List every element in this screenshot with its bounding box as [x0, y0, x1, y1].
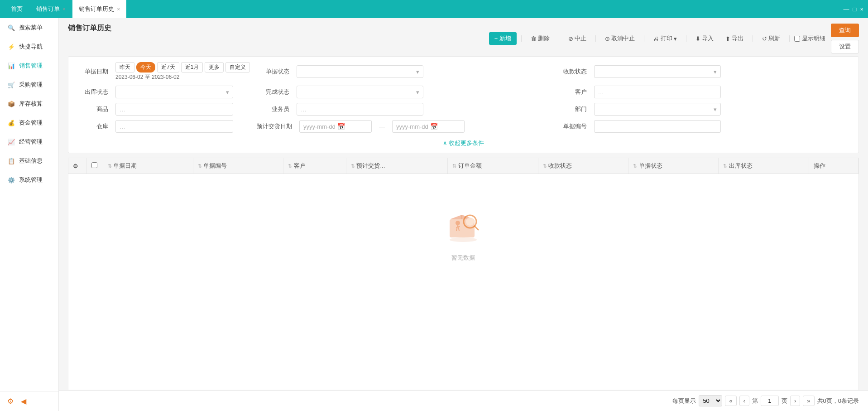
- refresh-button[interactable]: ↺ 刷新: [758, 33, 785, 44]
- department-label: 部门: [554, 105, 590, 113]
- per-page-select[interactable]: 10 20 50 100: [699, 395, 722, 406]
- sidebar-item-purchase-mgmt[interactable]: 🛒 采购管理: [0, 75, 58, 94]
- query-button[interactable]: 查询: [831, 24, 859, 37]
- close-button[interactable]: ×: [860, 6, 863, 13]
- th-doc-status-label: 单据状态: [639, 162, 662, 169]
- th-receipt-status[interactable]: ⇅ 收款状态: [538, 158, 628, 174]
- th-settings[interactable]: ⚙: [68, 158, 86, 174]
- sidebar-item-inventory[interactable]: 📦 库存核算: [0, 94, 58, 113]
- salesperson-input[interactable]: …: [297, 103, 423, 116]
- sidebar-settings-icon[interactable]: ⚙: [7, 397, 14, 406]
- operations-icon: 📈: [7, 138, 15, 146]
- sidebar-item-finance[interactable]: 💰 资金管理: [0, 113, 58, 132]
- delete-button[interactable]: 🗑 删除: [526, 33, 554, 44]
- th-doc-status[interactable]: ⇅ 单据状态: [628, 158, 718, 174]
- collapse-row[interactable]: ∧ 收起更多条件: [76, 137, 851, 147]
- export-button[interactable]: ⬆ 导出: [721, 33, 748, 44]
- tab-sales-order-history[interactable]: 销售订单历史 ×: [72, 0, 126, 18]
- tab-home[interactable]: 首页: [5, 0, 29, 18]
- delete-icon: 🗑: [531, 35, 537, 42]
- stop-button[interactable]: ⊘ 中止: [564, 33, 591, 44]
- th-doc-status-sort-icon: ⇅: [633, 163, 637, 169]
- sidebar-collapse-icon[interactable]: ◀: [21, 397, 26, 406]
- tab-sales-order-close[interactable]: ×: [62, 6, 65, 12]
- svg-line-6: [475, 226, 478, 230]
- date-btn-1month[interactable]: 近1月: [181, 62, 203, 73]
- th-no[interactable]: ⇅ 单据编号: [193, 158, 283, 174]
- stop-label: 中止: [575, 34, 586, 43]
- new-button[interactable]: + 新增: [489, 32, 517, 45]
- collapse-icon: ∧: [443, 140, 447, 146]
- doc-status-select[interactable]: ▾: [297, 65, 423, 78]
- tab-bar: 首页 销售订单 × 销售订单历史 ×: [5, 0, 126, 18]
- receipt-status-select[interactable]: ▾: [594, 65, 721, 78]
- th-delivery[interactable]: ⇅ 预计交货...: [346, 158, 448, 174]
- th-customer-label: 客户: [294, 162, 306, 169]
- delivery-date-from[interactable]: yyyy-mm-dd 📅: [299, 120, 372, 133]
- th-receipt-status-sort-icon: ⇅: [543, 163, 547, 169]
- filter-row-4: 仓库 … 预计交货日期 yyyy-mm-dd 📅 — yyyy-mm-dd 📅: [76, 120, 851, 133]
- sidebar-item-base-info[interactable]: 📋 基础信息: [0, 151, 58, 170]
- cancel-stop-button[interactable]: ⊙ 取消中止: [600, 33, 639, 44]
- table-head: ⚙ ⇅ 单据日期 ⇅ 单据编号 ⇅ 客户: [68, 158, 858, 174]
- warehouse-ellipsis: …: [120, 123, 125, 130]
- date-btn-today[interactable]: 今天: [136, 62, 155, 73]
- customer-input[interactable]: …: [594, 86, 721, 98]
- order-no-input[interactable]: [594, 120, 721, 133]
- minimize-button[interactable]: —: [844, 6, 849, 13]
- th-customer[interactable]: ⇅ 客户: [283, 158, 346, 174]
- import-button[interactable]: ⬇ 导入: [691, 33, 718, 44]
- display-detail-checkbox[interactable]: [794, 36, 800, 42]
- tab-sales-order[interactable]: 销售订单 ×: [30, 0, 72, 18]
- date-controls: 昨天 今天 近7天 近1月 更多 自定义 2023-06-02 至 2023-0…: [115, 62, 250, 81]
- filter-orderno-block: 单据编号: [554, 120, 852, 133]
- sidebar-item-sales-mgmt[interactable]: 📊 销售管理: [0, 56, 58, 75]
- svg-point-5: [466, 218, 474, 226]
- page-number-input[interactable]: [761, 396, 779, 406]
- date-btn-7days[interactable]: 近7天: [157, 62, 179, 73]
- th-amount[interactable]: ⇅ 订单金额: [448, 158, 538, 174]
- filter-salesperson-block: 业务员 …: [257, 103, 554, 116]
- page-first-button[interactable]: «: [725, 396, 736, 406]
- print-dropdown-icon: ▾: [674, 35, 677, 42]
- th-out-status[interactable]: ⇅ 出库状态: [719, 158, 809, 174]
- print-label: 打印: [661, 34, 672, 43]
- tab-sales-order-history-close[interactable]: ×: [117, 6, 120, 12]
- th-date[interactable]: ⇅ 单据日期: [103, 158, 193, 174]
- top-bar: 首页 销售订单 × 销售订单历史 × — □ ×: [0, 0, 868, 18]
- base-info-icon: 📋: [7, 157, 15, 165]
- date-btn-more[interactable]: 更多: [205, 62, 224, 73]
- th-amount-sort-icon: ⇅: [452, 163, 456, 169]
- sidebar-item-sys-mgmt[interactable]: ⚙️ 系统管理: [0, 170, 58, 189]
- th-checkbox[interactable]: [86, 158, 103, 174]
- empty-illustration: [441, 201, 486, 247]
- display-detail-checkbox-wrap[interactable]: 显示明细: [794, 34, 825, 43]
- print-button[interactable]: 🖨 打印 ▾: [649, 33, 681, 44]
- sidebar-item-operations[interactable]: 📈 经营管理: [0, 132, 58, 151]
- divider-6: [753, 35, 753, 42]
- warehouse-input[interactable]: …: [115, 120, 233, 133]
- department-select[interactable]: ▾: [594, 103, 721, 116]
- maximize-button[interactable]: □: [853, 6, 857, 13]
- page-prev-button[interactable]: ‹: [739, 396, 749, 406]
- sys-mgmt-icon: ⚙️: [7, 176, 15, 184]
- delivery-date-to[interactable]: yyyy-mm-dd 📅: [392, 120, 465, 133]
- import-label: 导入: [702, 34, 714, 43]
- import-icon: ⬇: [695, 35, 700, 42]
- select-all-checkbox[interactable]: [91, 162, 97, 168]
- date-btn-yesterday[interactable]: 昨天: [115, 62, 134, 73]
- completion-status-select[interactable]: ▾: [297, 86, 423, 98]
- cancel-stop-label: 取消中止: [611, 34, 635, 43]
- date-btn-custom[interactable]: 自定义: [225, 62, 250, 73]
- sidebar-item-search-menu[interactable]: 🔍 搜索菜单: [0, 18, 58, 37]
- delivery-date-label: 预计交货日期: [257, 122, 296, 131]
- filter-row-2: 出库状态 ▾ 完成状态 ▾ 客户 …: [76, 86, 851, 98]
- sidebar-item-quick-nav[interactable]: ⚡ 快捷导航: [0, 37, 58, 56]
- page-next-button[interactable]: ›: [790, 396, 800, 406]
- calendar-to-icon: 📅: [430, 123, 438, 130]
- sidebar-item-finance-label: 资金管理: [19, 119, 43, 127]
- outbound-status-select[interactable]: ▾: [115, 86, 233, 98]
- page-last-button[interactable]: »: [803, 396, 814, 406]
- settings-button[interactable]: 设置: [831, 40, 859, 53]
- product-input[interactable]: …: [115, 103, 233, 116]
